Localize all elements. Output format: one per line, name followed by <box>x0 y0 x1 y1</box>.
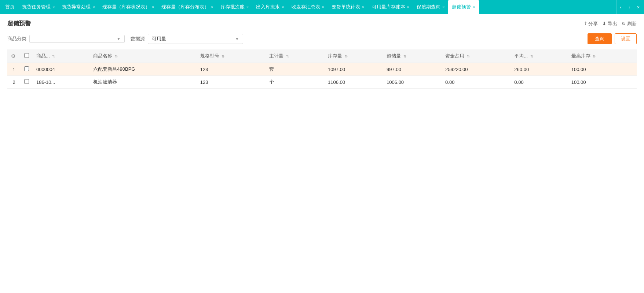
col-spec[interactable]: 规格型号 ⇅ <box>197 49 266 63</box>
share-button[interactable]: ⤴ 分享 <box>584 21 598 27</box>
col-settings[interactable]: ⚙ <box>7 49 21 63</box>
table-header: ⚙ 商品... ⇅ 商品名称 ⇅ 规格型号 ⇅ 主计量 <box>7 49 637 63</box>
sort-over-stock-icon: ⇅ <box>403 54 406 58</box>
row-avg-0: 260.00 <box>511 63 567 76</box>
col-over-stock[interactable]: 超储量 ⇅ <box>383 49 442 63</box>
page-content: 超储预警 ⤴ 分享 ⬇ 导出 ↻ 刷新 商品分类 ▼ 数据源 <box>0 14 644 293</box>
col-product-code-label: 商品... <box>36 53 50 59</box>
nav-close-1[interactable]: × <box>52 5 55 9</box>
col-max-stock-label: 最高库存 <box>571 53 590 59</box>
row-checkbox-0[interactable] <box>21 63 33 76</box>
sort-stock-icon: ⇅ <box>345 54 348 58</box>
row-product-name-1: 机油滤清器 <box>89 76 197 89</box>
filter-row: 商品分类 ▼ 数据源 可用量 ▼ 查询 设置 <box>7 33 637 44</box>
nav-item-3[interactable]: 现存量（库存状况表）× <box>99 0 158 14</box>
table-row: 2 186-10... 机油滤清器 123 个 1106.00 1006.00 … <box>7 76 637 89</box>
row-over-stock-1: 1006.00 <box>383 76 442 89</box>
col-avg[interactable]: 平均... ⇅ <box>511 49 567 63</box>
table-row: 1 0000004 六配套新昌490BPG 123 套 1097.00 997.… <box>7 63 637 76</box>
nav-item-10[interactable]: 保质期查询× <box>413 0 448 14</box>
row-check-0[interactable] <box>24 66 29 71</box>
col-max-stock[interactable]: 最高库存 ⇅ <box>568 49 637 63</box>
nav-item-4[interactable]: 现存量（库存分布表）× <box>158 0 217 14</box>
nav-item-1[interactable]: 拣货任务管理× <box>18 0 58 14</box>
datasource-label: 数据源 <box>131 36 145 42</box>
row-unit-0: 套 <box>266 63 324 76</box>
row-num-1: 2 <box>7 76 21 89</box>
settings-button[interactable]: 设置 <box>615 33 637 44</box>
nav-close-11[interactable]: × <box>473 5 475 9</box>
nav-item-11[interactable]: 超储预警× <box>448 0 479 14</box>
category-dropdown-icon: ▼ <box>117 37 121 41</box>
nav-item-9[interactable]: 可用量库存账本× <box>368 0 413 14</box>
datasource-dropdown-icon: ▼ <box>235 37 239 41</box>
row-capital-0: 259220.00 <box>442 63 511 76</box>
nav-item-7[interactable]: 收发存汇总表× <box>288 0 328 14</box>
datasource-select[interactable]: 可用量 ▼ <box>148 34 243 44</box>
select-all-checkbox[interactable] <box>24 53 29 58</box>
col-unit-label: 主计量 <box>269 53 283 59</box>
category-select[interactable]: ▼ <box>29 35 125 43</box>
row-product-code-1: 186-10... <box>33 76 89 89</box>
category-label: 商品分类 <box>7 36 26 42</box>
export-icon: ⬇ <box>602 21 606 26</box>
nav-close-7[interactable]: × <box>322 5 324 9</box>
nav-item-2[interactable]: 拣货异常处理× <box>58 0 98 14</box>
nav-close-4[interactable]: × <box>211 5 213 9</box>
refresh-button[interactable]: ↻ 刷新 <box>622 21 637 27</box>
col-checkbox[interactable] <box>21 49 33 63</box>
col-avg-label: 平均... <box>514 53 528 59</box>
nav-close-2[interactable]: × <box>92 5 95 9</box>
nav-close-3[interactable]: × <box>152 5 154 9</box>
nav-close-10[interactable]: × <box>442 5 444 9</box>
row-check-1[interactable] <box>24 79 29 84</box>
row-product-code-0: 0000004 <box>33 63 89 76</box>
row-spec-1: 123 <box>197 76 266 89</box>
row-max-stock-1: 100.00 <box>568 76 637 89</box>
nav-item-0[interactable]: 首页 <box>1 0 18 14</box>
col-capital-label: 资金占用 <box>445 53 464 59</box>
row-capital-1: 0.00 <box>442 76 511 89</box>
datasource-select-value: 可用量 <box>152 36 166 42</box>
col-unit[interactable]: 主计量 ⇅ <box>266 49 324 63</box>
col-over-stock-label: 超储量 <box>387 53 401 59</box>
col-capital[interactable]: 资金占用 ⇅ <box>442 49 511 63</box>
page-header: 超储预警 ⤴ 分享 ⬇ 导出 ↻ 刷新 <box>7 20 637 27</box>
col-product-name[interactable]: 商品名称 ⇅ <box>89 49 197 63</box>
top-nav: 首页拣货任务管理×拣货异常处理×现存量（库存状况表）×现存量（库存分布表）×库存… <box>0 0 644 14</box>
sort-avg-icon: ⇅ <box>530 54 533 58</box>
sort-spec-icon: ⇅ <box>222 54 224 58</box>
nav-close-8[interactable]: × <box>362 5 364 9</box>
row-stock-0: 1097.00 <box>324 63 383 76</box>
row-stock-1: 1106.00 <box>324 76 383 89</box>
query-button[interactable]: 查询 <box>588 33 612 44</box>
nav-item-5[interactable]: 库存批次账× <box>217 0 252 14</box>
sort-unit-icon: ⇅ <box>286 54 289 58</box>
row-max-stock-0: 100.00 <box>568 63 637 76</box>
col-stock-label: 库存量 <box>328 53 342 59</box>
col-spec-label: 规格型号 <box>200 53 219 59</box>
nav-close-9[interactable]: × <box>407 5 409 9</box>
export-button[interactable]: ⬇ 导出 <box>602 21 617 27</box>
row-unit-1: 个 <box>266 76 324 89</box>
row-over-stock-0: 997.00 <box>383 63 442 76</box>
header-actions: ⤴ 分享 ⬇ 导出 ↻ 刷新 <box>584 21 637 27</box>
nav-item-6[interactable]: 出入库流水× <box>252 0 288 14</box>
col-stock[interactable]: 库存量 ⇅ <box>324 49 383 63</box>
row-avg-1: 0.00 <box>511 76 567 89</box>
nav-close-5[interactable]: × <box>246 5 249 9</box>
nav-next-arrow[interactable]: › <box>625 0 634 14</box>
nav-close-arrow[interactable]: × <box>634 0 643 14</box>
col-product-code[interactable]: 商品... ⇅ <box>33 49 89 63</box>
sort-product-code-icon: ⇅ <box>52 54 55 58</box>
datasource-filter-group: 数据源 可用量 ▼ <box>131 34 243 44</box>
filter-action-buttons: 查询 设置 <box>588 33 637 44</box>
nav-prev-arrow[interactable]: ‹ <box>616 0 625 14</box>
gear-icon[interactable]: ⚙ <box>11 53 16 59</box>
row-spec-0: 123 <box>197 63 266 76</box>
page-title: 超储预警 <box>7 20 31 27</box>
nav-item-8[interactable]: 要货单统计表× <box>328 0 368 14</box>
row-checkbox-1[interactable] <box>21 76 33 89</box>
nav-close-6[interactable]: × <box>282 5 284 9</box>
table-body: 1 0000004 六配套新昌490BPG 123 套 1097.00 997.… <box>7 63 637 89</box>
